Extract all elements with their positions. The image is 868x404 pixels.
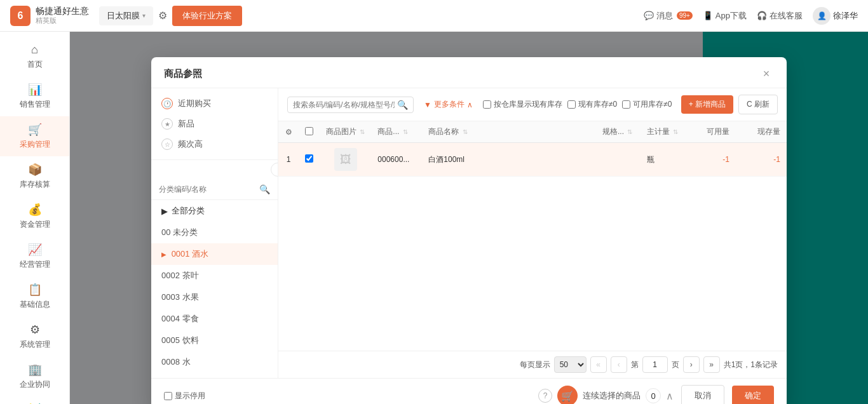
sidebar-item-inventory[interactable]: 📦 库存核算 (0, 156, 69, 196)
cancel-btn[interactable]: 取消 (681, 385, 724, 404)
sort-name-icon: ⇅ (463, 128, 468, 135)
cat-item-0004[interactable]: 0004 零食 (151, 308, 278, 330)
page-first-btn[interactable]: « (590, 356, 607, 373)
shortcut-recent[interactable]: 🕐 近期购买 (151, 93, 278, 114)
cat-item-0002[interactable]: 0002 茶叶 (151, 265, 278, 286)
footer-cart: ? 🛒 连续选择的商品 0 ∧ (538, 386, 674, 404)
sidebar-item-operations[interactable]: 📈 经营管理 (0, 236, 69, 276)
row-code: 000600... (371, 143, 422, 177)
cat-item-00[interactable]: 00 未分类 (151, 222, 278, 243)
row-name: 白酒100ml (422, 143, 596, 177)
modal-body: 🕐 近期购买 ★ 新品 ☆ 频次高 (151, 88, 787, 378)
avatar: 👤 (813, 7, 831, 25)
per-page-select[interactable]: 50 100 200 (554, 356, 587, 373)
page-label: 第 (631, 360, 639, 370)
settings-icon[interactable]: ⚙ (158, 10, 167, 22)
mobile-icon: 📱 (703, 11, 713, 20)
finance-icon: 💰 (28, 203, 42, 217)
page-prev-btn[interactable]: ‹ (611, 356, 627, 373)
online-service-btn[interactable]: 🎧 在线客服 (757, 10, 803, 22)
top-nav: 6 畅捷通好生意 精英版 日太阳膜 ▾ ⚙ 体验行业方案 💬 消息 99+ 📱 … (0, 0, 868, 32)
sidebar-item-basic[interactable]: 📋 基础信息 (0, 276, 69, 316)
shortcut-new[interactable]: ★ 新品 (151, 114, 278, 134)
product-toolbar: 🔍 ▼ 更多条件 ∧ 按仓库显示现有库存 (278, 88, 787, 121)
per-page-label: 每页显示 (520, 360, 550, 370)
category-panel: 🕐 近期购买 ★ 新品 ☆ 频次高 (151, 88, 278, 378)
category-search-icon[interactable]: 🔍 (259, 184, 270, 194)
refresh-btn[interactable]: C 刷新 (738, 95, 778, 114)
total-info: 共1页，1条记录 (724, 360, 778, 370)
row-stock: -1 (736, 143, 787, 177)
product-search-input[interactable] (293, 100, 395, 109)
messages-badge: 99+ (677, 11, 693, 20)
sidebar-item-sales[interactable]: 📊 销售管理 (0, 76, 69, 116)
messages-btn[interactable]: 💬 消息 99+ (644, 10, 693, 22)
pagination: 每页显示 50 100 200 « ‹ 第 页 › (278, 351, 787, 378)
expand-icon[interactable]: ∧ (666, 390, 674, 402)
category-search-input[interactable] (159, 185, 255, 194)
col-header-name[interactable]: 商品名称 ⇅ (422, 121, 596, 143)
col-header-spec[interactable]: 规格... ⇅ (596, 121, 641, 143)
cat-item-0003[interactable]: 0003 水果 (151, 286, 278, 308)
main-area: 商品参照 × 🕐 近期购买 ★ (70, 32, 868, 404)
cat-item-all[interactable]: ▶ 全部分类 (151, 200, 278, 222)
product-table-container: ⚙ 商品图片 ⇅ (278, 121, 787, 351)
col-header-stock[interactable]: 现存量 (736, 121, 787, 143)
product-table: ⚙ 商品图片 ⇅ (278, 121, 787, 177)
cat-item-0010[interactable]: 0010 家电 (151, 373, 278, 378)
select-all-checkbox[interactable] (305, 127, 313, 135)
shortcut-frequent[interactable]: ☆ 频次高 (151, 134, 278, 154)
col-header-settings[interactable]: ⚙ (278, 121, 299, 143)
col-header-code[interactable]: 商品... ⇅ (371, 121, 422, 143)
user-profile[interactable]: 👤 徐泽华 (813, 7, 858, 25)
chk-avail-nonzero[interactable] (622, 100, 630, 109)
chk-avail-nonzero-label[interactable]: 可用库存≠0 (622, 99, 672, 110)
cart-icon[interactable]: 🛒 (557, 386, 578, 404)
frequent-icon: ☆ (161, 138, 173, 150)
row-num: 1 (278, 143, 299, 177)
new-icon: ★ (161, 118, 173, 130)
product-search-box: 🔍 (287, 97, 414, 113)
exp-btn[interactable]: 体验行业方案 (172, 6, 242, 26)
row-checkbox[interactable] (305, 154, 313, 163)
layout: ⌂ 首页 📊 销售管理 🛒 采购管理 📦 库存核算 💰 资金管理 📈 经营管理 … (0, 32, 868, 404)
sidebar-item-system[interactable]: ⚙ 系统管理 (0, 316, 69, 356)
page-next-btn[interactable]: › (683, 356, 700, 373)
cat-item-0008[interactable]: 0008 水 (151, 351, 278, 373)
sidebar-item-guide[interactable]: 🔰 新手引导 (0, 396, 69, 404)
sidebar: ⌂ 首页 📊 销售管理 🛒 采购管理 📦 库存核算 💰 资金管理 📈 经营管理 … (0, 32, 70, 404)
add-product-btn[interactable]: + 新增商品 (681, 95, 733, 114)
more-filter-btn[interactable]: ▼ 更多条件 ∧ (419, 97, 478, 112)
chk-stock-nonzero-label[interactable]: 现有库存≠0 (567, 99, 617, 110)
confirm-btn[interactable]: 确定 (732, 386, 774, 404)
page-input[interactable] (642, 356, 668, 373)
table-row[interactable]: 1 🖼 000600... (278, 143, 787, 177)
sidebar-item-finance[interactable]: 💰 资金管理 (0, 196, 69, 236)
store-selector[interactable]: 日太阳膜 ▾ (99, 6, 153, 25)
chk-stock-nonzero[interactable] (567, 100, 576, 109)
cat-item-0005[interactable]: 0005 饮料 (151, 330, 278, 351)
sidebar-item-home[interactable]: ⌂ 首页 (0, 37, 69, 76)
page-last-btn[interactable]: » (703, 356, 720, 373)
col-header-avail[interactable]: 可用量 (685, 121, 736, 143)
col-header-unit[interactable]: 主计量 ⇅ (641, 121, 685, 143)
app-download-btn[interactable]: 📱 App下载 (703, 10, 747, 22)
chk-warehouse[interactable] (483, 100, 491, 109)
chk-warehouse-label[interactable]: 按仓库显示现有库存 (483, 99, 562, 110)
help-icon[interactable]: ? (538, 389, 552, 403)
category-shortcuts: 🕐 近期购买 ★ 新品 ☆ 频次高 (151, 88, 278, 160)
col-header-check[interactable] (299, 121, 320, 143)
modal-title: 商品参照 (164, 68, 202, 80)
logo-icon: 6 (10, 6, 31, 26)
show-disabled-label[interactable]: 显示停用 (164, 391, 205, 401)
cat-item-0001[interactable]: ▶ 0001 酒水 (151, 243, 278, 265)
sort-unit-icon: ⇅ (673, 128, 678, 135)
modal-close-btn[interactable]: × (759, 66, 774, 81)
show-disabled-checkbox[interactable] (164, 392, 172, 400)
sidebar-item-purchase[interactable]: 🛒 采购管理 (0, 116, 69, 156)
sidebar-item-enterprise[interactable]: 🏢 企业协同 (0, 356, 69, 396)
category-collapse-btn[interactable]: 《 (271, 163, 278, 177)
basic-icon: 📋 (28, 283, 42, 297)
col-header-img[interactable]: 商品图片 ⇅ (320, 121, 371, 143)
sales-icon: 📊 (28, 83, 42, 97)
